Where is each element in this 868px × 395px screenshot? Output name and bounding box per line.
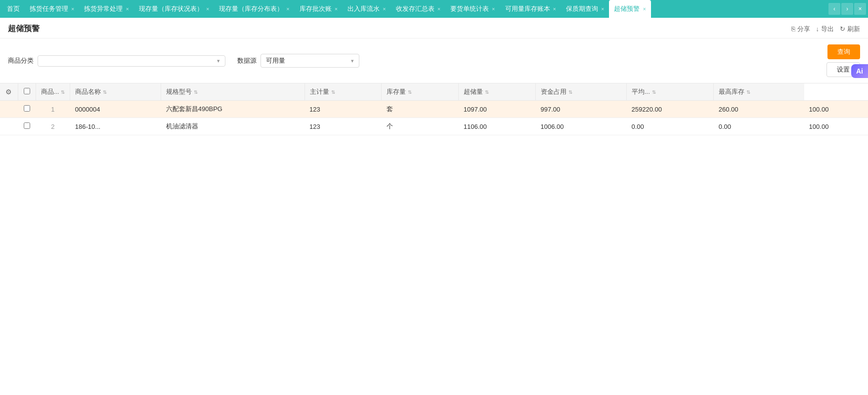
sort-product-code[interactable]: 商品... ⇅ — [41, 87, 65, 96]
table-body: 1 0000004 六配套新昌490BPG 123 套 1097.00 997.… — [0, 101, 868, 135]
sort-unit[interactable]: 主计量 ⇅ — [310, 87, 335, 96]
row-stock: 1097.00 — [459, 101, 536, 118]
row-checkbox[interactable] — [24, 122, 30, 129]
nav-close-icon[interactable]: × — [492, 6, 495, 12]
sort-icon-max-stock: ⇅ — [746, 89, 750, 95]
nav-item-可用量库存账本[interactable]: 可用量库存账本× — [500, 0, 561, 18]
th-checkbox — [18, 83, 36, 101]
row-capital: 0.00 — [626, 118, 713, 135]
export-icon: ↓ — [816, 25, 820, 33]
nav-item-保质期查询[interactable]: 保质期查询× — [561, 0, 609, 18]
th-spec-label: 规格型号 — [166, 87, 192, 96]
page-title: 超储预警 — [8, 24, 40, 34]
select-all-checkbox[interactable] — [24, 88, 30, 94]
datasource-select[interactable]: 可用量 ▾ — [260, 54, 359, 68]
row-product-name: 机油滤清器 — [161, 118, 304, 135]
row-overflow: 1006.00 — [536, 118, 627, 135]
nav-close-button[interactable]: × — [854, 3, 866, 15]
th-product-name[interactable]: 商品名称 ⇅ — [70, 83, 161, 101]
nav-item-现存量库存分布表[interactable]: 现存量（库存分布表）× — [214, 0, 294, 18]
nav-item-要货单统计表[interactable]: 要货单统计表× — [445, 0, 500, 18]
th-product-code-label: 商品... — [41, 87, 59, 96]
sort-icon-avg: ⇅ — [652, 89, 656, 95]
row-spec: 123 — [304, 118, 382, 135]
sort-overflow[interactable]: 超储量 ⇅ — [464, 87, 489, 96]
sort-icon-overflow: ⇅ — [485, 89, 489, 95]
nav-item-收发存汇总表[interactable]: 收发存汇总表× — [391, 0, 445, 18]
nav-label: 收发存汇总表 — [396, 4, 434, 13]
datasource-value: 可用量 — [266, 56, 285, 65]
th-max-stock[interactable]: 最高库存 ⇅ — [714, 83, 804, 101]
th-avg[interactable]: 平均... ⇅ — [626, 83, 713, 101]
nav-item-拣货异常处理[interactable]: 拣货异常处理× — [79, 0, 133, 18]
nav-close-icon[interactable]: × — [643, 6, 646, 12]
nav-arrows: ‹ › × — [828, 3, 866, 15]
ai-badge[interactable]: Ai — [851, 64, 868, 78]
page-content: 超储预警 ⎘ 分享 ↓ 导出 ↻ 刷新 商品分类 ▾ 数据源 — [0, 18, 868, 395]
nav-item-首页[interactable]: 首页 — [2, 0, 25, 18]
refresh-button[interactable]: ↻ 刷新 — [840, 25, 860, 34]
nav-prev-button[interactable]: ‹ — [828, 3, 840, 15]
sort-icon-stock: ⇅ — [408, 89, 412, 95]
th-product-code[interactable]: 商品... ⇅ — [36, 83, 70, 101]
share-icon: ⎘ — [791, 25, 795, 33]
sort-icon-spec: ⇅ — [194, 89, 198, 95]
th-capital[interactable]: 资金占用 ⇅ — [536, 83, 627, 101]
refresh-icon: ↻ — [840, 25, 845, 33]
nav-label: 拣货异常处理 — [84, 4, 123, 13]
nav-label: 现存量（库存状况表） — [139, 4, 203, 13]
sort-icon-capital: ⇅ — [568, 89, 572, 95]
nav-close-icon[interactable]: × — [286, 6, 289, 12]
th-spec[interactable]: 规格型号 ⇅ — [161, 83, 304, 101]
th-unit-label: 主计量 — [310, 87, 329, 96]
nav-close-icon[interactable]: × — [601, 6, 604, 12]
nav-item-库存批次账[interactable]: 库存批次账× — [295, 0, 343, 18]
settings-icon[interactable]: ⚙ — [5, 88, 12, 96]
category-select[interactable]: ▾ — [38, 55, 225, 67]
data-table: ⚙ 商品... ⇅ 商品名称 ⇅ — [0, 83, 868, 135]
sort-icon-product-name: ⇅ — [103, 89, 107, 95]
row-stock: 1106.00 — [459, 118, 536, 135]
th-unit[interactable]: 主计量 ⇅ — [304, 83, 382, 101]
nav-item-现存量库存状况表[interactable]: 现存量（库存状况表）× — [134, 0, 214, 18]
nav-close-icon[interactable]: × — [383, 6, 386, 12]
data-table-wrapper: ⚙ 商品... ⇅ 商品名称 ⇅ — [0, 83, 868, 135]
sort-max-stock[interactable]: 最高库存 ⇅ — [719, 87, 750, 96]
nav-close-icon[interactable]: × — [553, 6, 556, 12]
query-button[interactable]: 查询 — [827, 44, 860, 59]
nav-close-icon[interactable]: × — [335, 6, 338, 12]
nav-close-icon[interactable]: × — [437, 6, 440, 12]
filter-area: 商品分类 ▾ 数据源 可用量 ▾ 查询 设置 — [0, 39, 868, 83]
sort-avg[interactable]: 平均... ⇅ — [632, 87, 656, 96]
nav-next-button[interactable]: › — [841, 3, 853, 15]
table-header-row: ⚙ 商品... ⇅ 商品名称 ⇅ — [0, 83, 868, 101]
sort-icon-product-code: ⇅ — [61, 89, 65, 95]
sort-stock[interactable]: 库存量 ⇅ — [387, 87, 412, 96]
nav-close-icon[interactable]: × — [71, 6, 74, 12]
export-button[interactable]: ↓ 导出 — [816, 25, 834, 34]
row-unit: 套 — [382, 101, 459, 118]
nav-close-icon[interactable]: × — [126, 6, 129, 12]
row-checkbox[interactable] — [24, 105, 30, 112]
nav-item-拣货任务管理[interactable]: 拣货任务管理× — [25, 0, 79, 18]
sort-product-name[interactable]: 商品名称 ⇅ — [75, 87, 107, 96]
sort-capital[interactable]: 资金占用 ⇅ — [541, 87, 572, 96]
row-max-stock: 100.00 — [804, 118, 868, 135]
nav-label: 要货单统计表 — [450, 4, 489, 13]
nav-item-出入库流水[interactable]: 出入库流水× — [343, 0, 391, 18]
nav-label: 可用量库存账本 — [505, 4, 550, 13]
nav-item-超储预警[interactable]: 超储预警× — [609, 0, 651, 18]
row-checkbox-cell — [18, 118, 36, 135]
row-product-name: 六配套新昌490BPG — [161, 101, 304, 118]
row-spec: 123 — [304, 101, 382, 118]
share-button[interactable]: ⎘ 分享 — [791, 25, 810, 34]
page-header: 超储预警 ⎘ 分享 ↓ 导出 ↻ 刷新 — [0, 18, 868, 39]
sort-spec[interactable]: 规格型号 ⇅ — [166, 87, 198, 96]
category-chevron-icon: ▾ — [217, 58, 220, 64]
th-overflow[interactable]: 超储量 ⇅ — [459, 83, 536, 101]
nav-close-icon[interactable]: × — [206, 6, 209, 12]
datasource-chevron-icon: ▾ — [351, 58, 354, 64]
th-stock[interactable]: 库存量 ⇅ — [382, 83, 459, 101]
table-row: 1 0000004 六配套新昌490BPG 123 套 1097.00 997.… — [0, 101, 868, 118]
sort-icon-unit: ⇅ — [331, 89, 335, 95]
